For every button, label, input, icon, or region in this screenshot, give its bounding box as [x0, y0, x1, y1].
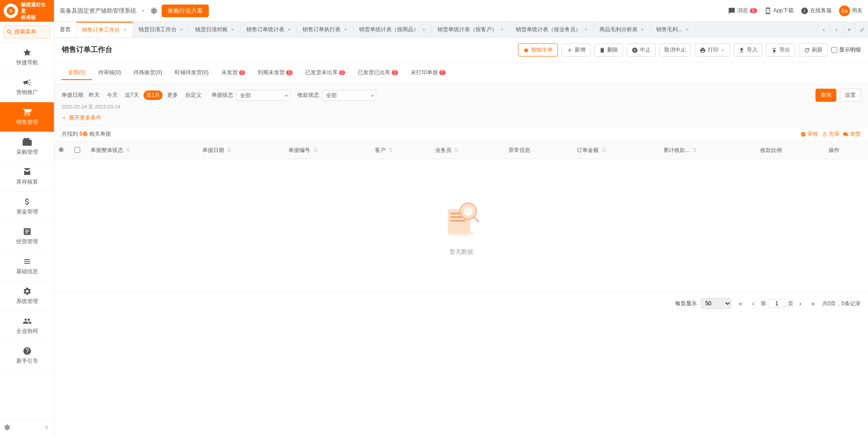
- page-size-select[interactable]: 20 50 100 200: [700, 298, 732, 309]
- tab-close-icon[interactable]: ×: [230, 27, 235, 33]
- col-settings[interactable]: [54, 142, 71, 159]
- tab-close-icon[interactable]: ×: [123, 27, 127, 33]
- expand-button[interactable]: 展开更多条件: [62, 114, 861, 122]
- main-content: 销售订单工作台 智能生单 新增 删除 中止 取消中止: [54, 38, 868, 436]
- next-page-button[interactable]: ›: [795, 298, 806, 309]
- filter-tab-pending-audit[interactable]: 待审核(0): [92, 66, 128, 80]
- revoke-action[interactable]: 充审: [822, 130, 839, 138]
- refresh-button[interactable]: 刷新: [799, 43, 828, 57]
- user-menu[interactable]: Ea 用友: [839, 5, 863, 16]
- date-opt-today[interactable]: 今天: [104, 90, 120, 100]
- tab-close-all[interactable]: ×: [843, 22, 855, 38]
- col-date[interactable]: 单据日期 ⇅: [199, 142, 285, 159]
- first-page-button[interactable]: «: [735, 298, 746, 309]
- sidebar-item-cooperation[interactable]: 企业协同: [0, 311, 54, 341]
- delete-button[interactable]: 删除: [594, 43, 623, 57]
- last-page-button[interactable]: »: [808, 298, 819, 309]
- tab-cash-reconcile[interactable]: 钱货日清对账 ×: [190, 22, 241, 38]
- stop-button[interactable]: 中止: [627, 43, 656, 57]
- prev-page-button[interactable]: ‹: [748, 298, 759, 309]
- tab-scroll-left[interactable]: ‹: [817, 22, 830, 38]
- empty-text: 暂无数据: [450, 248, 473, 256]
- tab-close-icon[interactable]: ×: [422, 27, 426, 33]
- filter-tab-not-shipped[interactable]: 未发货0: [215, 66, 252, 80]
- date-opt-7days[interactable]: 近7天: [122, 90, 142, 100]
- tab-close-icon[interactable]: ×: [343, 27, 348, 33]
- col-checkbox[interactable]: [71, 142, 87, 159]
- col-salesperson[interactable]: 业务员 ⇅: [432, 142, 505, 159]
- tab-close-icon[interactable]: ×: [179, 27, 184, 33]
- tab-scroll-right[interactable]: ›: [830, 22, 843, 38]
- online-service-button[interactable]: 在线客服: [801, 7, 832, 14]
- search-menu-item[interactable]: 搜索菜单: [0, 22, 54, 43]
- print-button[interactable]: 打印: [695, 43, 730, 57]
- collapse-icon[interactable]: [43, 424, 50, 432]
- filter-tab-shipped-out[interactable]: 已发货已出库0: [351, 66, 404, 80]
- date-opt-more[interactable]: 更多: [164, 90, 181, 100]
- sidebar-item-sales[interactable]: 销售管理: [0, 102, 54, 132]
- search-menu-button[interactable]: 搜索菜单: [4, 25, 50, 38]
- col-customer[interactable]: 客户 ⇅: [371, 142, 432, 159]
- message-label: 消息: [737, 7, 748, 14]
- filter-tab-shipped-not-out[interactable]: 已发货未出库0: [299, 66, 352, 80]
- tab-close-icon[interactable]: ×: [685, 27, 690, 33]
- status-select[interactable]: 全部: [236, 90, 290, 101]
- payment-select[interactable]: 全部: [322, 90, 376, 101]
- filter-tab-not-printed[interactable]: 未打印单据0: [404, 66, 452, 80]
- sidebar-item-purchase[interactable]: 采购管理: [0, 132, 54, 162]
- cancel-stop-button[interactable]: 取消中止: [659, 43, 691, 57]
- app-download-button[interactable]: App下载: [764, 7, 794, 14]
- tab-nav-controls: ‹ › × ⤢: [817, 22, 868, 38]
- add-button[interactable]: 新增: [561, 43, 590, 57]
- filter-tab-pending-check[interactable]: 待拣验货(0): [127, 66, 168, 80]
- select-all-checkbox[interactable]: [74, 147, 80, 153]
- tab-sales-workbench[interactable]: 销售订单工作台 ×: [77, 22, 133, 38]
- tab-maximize[interactable]: ⤢: [855, 22, 868, 38]
- settings-icon[interactable]: [4, 424, 11, 432]
- settings-icon[interactable]: [150, 7, 158, 15]
- tab-close-icon[interactable]: ×: [500, 27, 504, 33]
- col-collected[interactable]: 累计收款... ⇅: [660, 142, 757, 159]
- tab-sales-margin[interactable]: 销售毛利... ×: [651, 22, 695, 38]
- sidebar-item-guide[interactable]: 新手引导: [0, 341, 54, 371]
- tab-sales-stats[interactable]: 销售订单统计表 ×: [241, 22, 297, 38]
- tab-profit-analysis[interactable]: 商品毛利分析表 ×: [594, 22, 651, 38]
- filter-tab-wangpu-pending[interactable]: 旺铺待发货(0): [168, 66, 215, 80]
- tab-close-icon[interactable]: ×: [287, 27, 292, 33]
- sidebar-item-finance[interactable]: 资金管理: [0, 192, 54, 222]
- smart-create-button[interactable]: 智能生单: [518, 43, 558, 57]
- tab-sales-customer[interactable]: 销货单统计表（按客户） ×: [432, 22, 510, 38]
- show-detail-checkbox[interactable]: [831, 47, 837, 53]
- ship-action[interactable]: 发货: [843, 130, 861, 138]
- sidebar-item-basic-info[interactable]: 基础信息: [0, 251, 54, 281]
- import-button[interactable]: 导入: [734, 43, 762, 57]
- filter-tab-all[interactable]: 全部(0): [62, 66, 92, 80]
- sidebar-item-marketing[interactable]: 营销推广: [0, 72, 54, 102]
- filter-tab-overdue-ship[interactable]: 到期未发货0: [251, 66, 299, 80]
- page-number-input[interactable]: [768, 299, 786, 308]
- sidebar-item-management[interactable]: 经营管理: [0, 222, 54, 251]
- tab-sales-staff[interactable]: 销货单统计表（按业务员） ×: [510, 22, 594, 38]
- col-number[interactable]: 单据编号 ⇅: [285, 142, 371, 159]
- date-opt-1month[interactable]: 近1月: [144, 90, 163, 100]
- tab-close-icon[interactable]: ×: [640, 27, 645, 33]
- message-button[interactable]: 消息 6: [728, 7, 757, 14]
- sidebar-item-system[interactable]: 系统管理: [0, 281, 54, 311]
- audit-action[interactable]: 审核: [801, 130, 818, 138]
- tab-sales-product[interactable]: 销货单统计表（按商品） ×: [354, 22, 432, 38]
- sidebar-item-quick-nav[interactable]: 快捷导航: [0, 43, 54, 72]
- dropdown-icon[interactable]: [140, 8, 146, 14]
- tab-close-icon[interactable]: ×: [584, 27, 588, 33]
- col-amount[interactable]: 订单金额 ⇅: [573, 142, 659, 159]
- show-detail-checkbox-label[interactable]: 显示明细: [831, 46, 861, 54]
- sidebar-item-inventory[interactable]: 库存核算: [0, 162, 54, 192]
- tab-home[interactable]: 首页: [54, 22, 77, 38]
- solution-button[interactable]: 体验行业方案: [162, 5, 209, 17]
- tab-cash-daily[interactable]: 钱货日清工作台 ×: [133, 22, 190, 38]
- query-button[interactable]: 查询: [815, 89, 836, 102]
- date-opt-custom[interactable]: 自定义: [182, 90, 204, 100]
- settings-filter-button[interactable]: 设置: [840, 89, 861, 102]
- export-button[interactable]: 导出: [766, 43, 795, 57]
- date-opt-yesterday[interactable]: 昨天: [86, 90, 102, 100]
- tab-sales-execute[interactable]: 销售订单执行表 ×: [297, 22, 354, 38]
